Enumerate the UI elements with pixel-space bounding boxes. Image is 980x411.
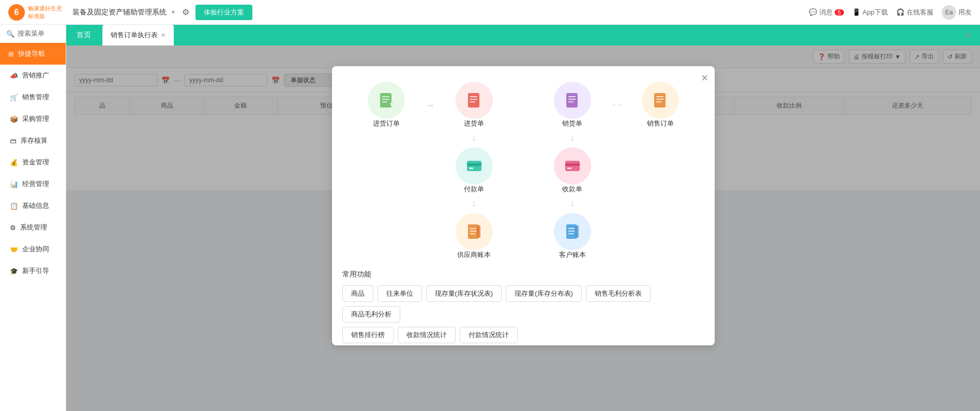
sidebar-item-basic-info[interactable]: 📋 基础信息 [0, 195, 66, 217]
svg-rect-8 [566, 93, 578, 108]
down-arrow-purchase: ↓ [441, 132, 508, 143]
supplier-ledger-circle [456, 213, 493, 250]
flow-item-sales-order[interactable]: 销售订单 [627, 82, 694, 128]
system-title: 装备及固定资产辅助管理系统 ▼ [72, 8, 176, 17]
tab-bar: 首页 销售订单执行表 ✕ ✕ [66, 25, 980, 45]
sidebar-item-marketing[interactable]: 📣 营销推广 [0, 65, 66, 86]
purchase-bill-circle [456, 82, 493, 119]
svg-rect-20 [565, 163, 580, 166]
sidebar: 🔍 搜索菜单 ⊞ 快捷导航 📣 营销推广 🛒 销售管理 📦 采购管理 🗃 [0, 25, 66, 411]
message-button[interactable]: 💬 消息 5 [809, 8, 844, 17]
app-download-button[interactable]: 📱 App下载 [852, 8, 888, 17]
arrow-purchase-order-to-bill: → [420, 99, 441, 111]
func-counterpart[interactable]: 往来单位 [378, 285, 422, 302]
search-menu-button[interactable]: 🔍 搜索菜单 [0, 25, 66, 43]
inventory-icon: 🗃 [10, 137, 17, 145]
grid-icon: ⊞ [8, 50, 14, 58]
flow-item-customer-ledger[interactable]: 客户账本 [539, 213, 606, 260]
tab-home[interactable]: 首页 [66, 25, 101, 45]
headset-icon: 🎧 [896, 8, 904, 16]
page-close-button[interactable]: ✕ [965, 31, 972, 40]
func-payment-stats[interactable]: 付款情况统计 [460, 327, 518, 343]
settings-icon[interactable]: ⚙ [182, 7, 189, 17]
down-arrow-receipt: ↓ [539, 198, 606, 209]
svg-rect-23 [477, 225, 480, 238]
finance-icon: 💰 [10, 159, 18, 166]
down-arrow-payment: ↓ [441, 198, 508, 209]
logo-text: 畅康通好生意 标准版 [28, 5, 62, 20]
sidebar-item-sales[interactable]: 🛒 销售管理 [0, 86, 66, 108]
app-container: 6 畅康通好生意 标准版 装备及固定资产辅助管理系统 ▼ ⚙ 体验行业方案 💬 … [0, 0, 980, 411]
func-product[interactable]: 商品 [342, 285, 373, 302]
func-sales-rank[interactable]: 销售排行榜 [342, 327, 394, 343]
flow-item-receipt[interactable]: 收款单 [539, 147, 606, 194]
operations-icon: 📊 [10, 180, 18, 188]
svg-rect-18 [469, 168, 473, 169]
func-receipt-stats[interactable]: 收款情况统计 [398, 327, 456, 343]
customer-ledger-circle [554, 213, 591, 250]
flow-diagram: 进货订单 → [353, 82, 694, 260]
logo-area: 6 畅康通好生意 标准版 [8, 4, 66, 21]
flow-main-row: 进货订单 → [353, 82, 694, 260]
svg-rect-28 [576, 225, 579, 238]
enterprise-icon: 🤝 [10, 246, 18, 253]
function-grid-2: 销售排行榜 收款情况统计 付款情况统计 [342, 327, 704, 343]
sidebar-item-purchase[interactable]: 📦 采购管理 [0, 108, 66, 130]
basic-info-icon: 📋 [10, 202, 18, 210]
search-icon: 🔍 [6, 30, 14, 38]
func-product-profit[interactable]: 商品毛利分析 [342, 306, 400, 323]
flow-section: 进货订单 → [332, 66, 715, 270]
sidebar-item-quick-nav[interactable]: ⊞ 快捷导航 [0, 43, 66, 65]
message-icon: 💬 [809, 8, 817, 16]
down-arrow-sales: ↓ [539, 132, 606, 143]
tab-sales-order-exec[interactable]: 销售订单执行表 ✕ [102, 25, 174, 45]
top-right-area: 💬 消息 5 📱 App下载 🎧 在线客服 Ea 用友 [809, 5, 972, 20]
payment-circle [456, 147, 493, 185]
sales-icon: 🛒 [10, 94, 18, 101]
svg-rect-22 [468, 224, 478, 239]
message-badge: 5 [835, 9, 844, 16]
flow-item-purchase-order[interactable]: 进货订单 [353, 82, 420, 128]
svg-rect-27 [566, 224, 577, 239]
modal-overlay[interactable]: ✕ [66, 45, 980, 411]
tab-close-icon[interactable]: ✕ [161, 32, 165, 39]
chevron-down-icon: ▼ [171, 9, 176, 15]
sidebar-item-inventory[interactable]: 🗃 库存核算 [0, 130, 66, 151]
sidebar-item-guide[interactable]: 🎓 新手引导 [0, 260, 66, 282]
flow-item-payment[interactable]: 付款单 [441, 147, 508, 194]
logo-icon: 6 [8, 4, 25, 21]
phone-icon: 📱 [852, 8, 861, 16]
avatar: Ea [942, 5, 956, 20]
flow-item-purchase-bill[interactable]: 进货单 [441, 82, 508, 128]
modal-close-button[interactable]: ✕ [701, 72, 708, 84]
sidebar-item-system[interactable]: ⚙ 系统管理 [0, 217, 66, 238]
modal-dialog: ✕ [332, 66, 715, 345]
user-menu[interactable]: Ea 用友 [942, 5, 972, 20]
purchase-icon: 📦 [10, 115, 18, 123]
flow-item-supplier-ledger[interactable]: 供应商账本 [441, 213, 508, 260]
sales-order-circle [642, 82, 679, 119]
marketing-icon: 📣 [10, 72, 18, 80]
svg-rect-21 [567, 168, 571, 169]
sidebar-item-operations[interactable]: 📊 经营管理 [0, 173, 66, 195]
trial-button[interactable]: 体验行业方案 [195, 5, 252, 20]
func-inventory-dist[interactable]: 现存量(库存分布表) [506, 285, 582, 302]
svg-rect-17 [467, 163, 481, 166]
func-sales-profit-analysis[interactable]: 销售毛利分析表 [586, 285, 651, 302]
flow-item-sales-bill[interactable]: 销货单 [539, 82, 606, 128]
sales-bill-circle [554, 82, 591, 119]
main-area: 🔍 搜索菜单 ⊞ 快捷导航 📣 营销推广 🛒 销售管理 📦 采购管理 🗃 [0, 25, 980, 411]
function-grid: 商品 往来单位 现存量(库存状况表) 现存量(库存分布表) 销售毛利分析表 商品… [342, 285, 704, 323]
svg-rect-12 [654, 93, 666, 108]
func-inventory-status[interactable]: 现存量(库存状况表) [426, 285, 502, 302]
common-functions-title: 常用功能 [342, 270, 704, 279]
arrow-sales-order-to-bill: ←·· [606, 100, 627, 110]
svg-rect-0 [380, 93, 391, 108]
online-service-button[interactable]: 🎧 在线客服 [896, 8, 933, 17]
guide-icon: 🎓 [10, 267, 18, 275]
content-main: ❓ 帮助 🖨 按模板打印 ▼ ↗ 导出 ↺ [66, 45, 980, 411]
sidebar-item-enterprise[interactable]: 🤝 企业协同 [0, 238, 66, 260]
common-functions-section: 常用功能 商品 往来单位 现存量(库存状况表) 现存量(库存分布表) 销售毛利分… [332, 270, 715, 345]
sidebar-item-finance[interactable]: 💰 资金管理 [0, 151, 66, 173]
top-bar: 6 畅康通好生意 标准版 装备及固定资产辅助管理系统 ▼ ⚙ 体验行业方案 💬 … [0, 0, 980, 25]
